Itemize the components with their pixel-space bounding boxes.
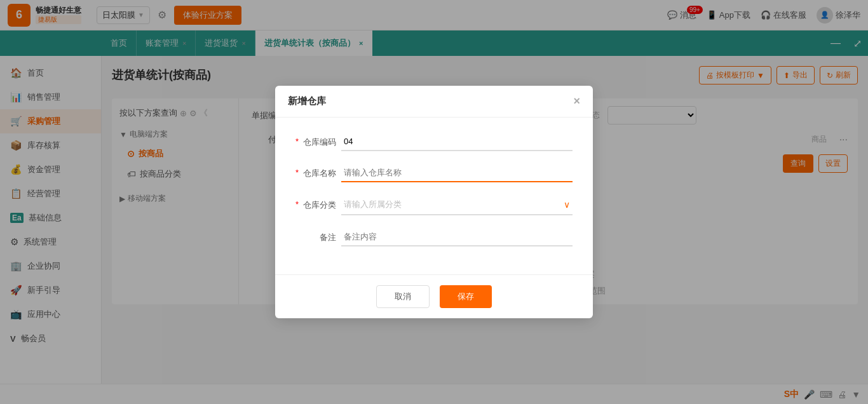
warehouse-code-input[interactable] [341,133,573,151]
warehouse-category-field: 仓库分类 请输入所属分类 ∨ [295,195,573,215]
warehouse-code-field: 仓库编码 [295,133,573,151]
warehouse-code-label: 仓库编码 [295,137,341,148]
cancel-btn[interactable]: 取消 [376,285,430,308]
save-btn[interactable]: 保存 [440,285,492,308]
warehouse-category-label: 仓库分类 [295,199,341,211]
warehouse-modal: 新增仓库 × 仓库编码 仓库名称 仓库分类 请输入所属分类 ∨ [275,86,593,318]
modal-close-icon[interactable]: × [573,95,580,108]
warehouse-remark-input[interactable] [341,228,573,246]
warehouse-remark-label: 备注 [295,232,341,243]
warehouse-name-field: 仓库名称 [295,164,573,182]
warehouse-remark-field: 备注 [295,228,573,246]
warehouse-name-label: 仓库名称 [295,168,341,179]
warehouse-category-select[interactable]: 请输入所属分类 ∨ [341,195,573,215]
modal-body: 仓库编码 仓库名称 仓库分类 请输入所属分类 ∨ 备注 [275,118,593,274]
modal-title: 新增仓库 [288,95,326,107]
category-dropdown-icon: ∨ [564,199,570,210]
warehouse-name-input[interactable] [341,164,573,182]
modal-overlay: 新增仓库 × 仓库编码 仓库名称 仓库分类 请输入所属分类 ∨ [0,0,868,404]
modal-footer: 取消 保存 [275,274,593,318]
modal-header: 新增仓库 × [275,86,593,118]
